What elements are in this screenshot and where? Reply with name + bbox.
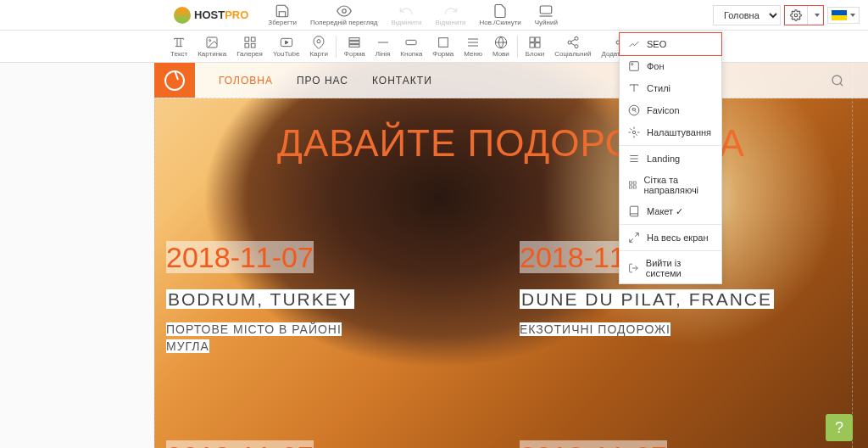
dd-seo[interactable]: SEO	[620, 33, 721, 55]
svg-rect-24	[530, 37, 534, 42]
tool-languages[interactable]: Мови	[487, 34, 515, 59]
svg-point-3	[794, 14, 798, 17]
dd-grid[interactable]: Сітка та направляючі	[620, 170, 721, 200]
svg-rect-13	[349, 37, 359, 40]
dd-label: Сітка та направляючі	[644, 175, 713, 195]
dd-label: Макет ✓	[647, 206, 683, 217]
dd-landing[interactable]: Landing	[620, 148, 721, 170]
dd-label: Налаштування	[647, 127, 711, 137]
tool-maps[interactable]: Карти	[304, 34, 333, 59]
dd-label: Landing	[647, 154, 680, 164]
dd-logout[interactable]: Вийти із системи	[620, 253, 721, 283]
dd-favicon[interactable]: Favicon	[620, 99, 721, 121]
new-reset-button[interactable]: Нов./Скинути	[473, 2, 528, 28]
tool-youtube[interactable]: YouTube	[268, 34, 304, 59]
site-preview[interactable]: ГОЛОВНА ПРО НАС КОНТАКТИ ДАВАЙТЕ ПОДОРОЖ…	[154, 63, 868, 448]
help-button[interactable]: ?	[826, 414, 853, 441]
card-subtitle2: МУГЛА	[166, 339, 209, 353]
svg-line-56	[635, 233, 638, 237]
nav-contacts[interactable]: КОНТАКТИ	[372, 75, 432, 87]
tool-menu[interactable]: Меню	[459, 34, 487, 59]
tool-button[interactable]: Кнопка	[395, 34, 427, 59]
redo-button[interactable]: Відмінити	[428, 2, 472, 28]
share-icon	[566, 36, 580, 49]
settings-dropdown-button[interactable]	[784, 5, 824, 25]
dd-settings[interactable]: Налаштування	[620, 121, 721, 143]
tool-label: Меню	[464, 50, 482, 58]
youtube-icon	[280, 36, 293, 49]
preview-button[interactable]: Попередній перегляд	[303, 2, 384, 28]
flag-ua-icon	[832, 10, 847, 20]
tool-label: YouTube	[273, 50, 299, 58]
image-icon	[205, 36, 219, 49]
dd-label: Вийти із системи	[646, 258, 713, 278]
svg-line-44	[840, 83, 843, 86]
site-nav: ГОЛОВНА ПРО НАС КОНТАКТИ	[154, 63, 868, 98]
widget-toolbar: Текст Картинка Галерея YouTube Карти Фор…	[0, 31, 868, 63]
tool-gallery[interactable]: Галерея	[231, 34, 268, 59]
dd-background[interactable]: Фон	[620, 55, 721, 77]
svg-rect-8	[245, 43, 249, 48]
tool-line[interactable]: Лінія	[370, 34, 396, 59]
svg-marker-11	[285, 41, 287, 44]
line-icon	[376, 36, 390, 49]
settings-dropdown: SEO Фон Стилі Favicon Налаштування Landi…	[619, 32, 722, 284]
form-icon	[348, 36, 361, 49]
dd-fullscreen[interactable]: На весь екран	[620, 227, 721, 249]
save-button[interactable]: Зберегти	[261, 2, 303, 28]
dd-styles[interactable]: Стилі	[620, 77, 721, 99]
tool-blocks[interactable]: Блоки	[520, 34, 549, 59]
svg-rect-52	[629, 182, 632, 184]
expand-icon	[628, 232, 640, 244]
svg-rect-53	[633, 182, 636, 184]
tool-label: Соціальний	[554, 50, 591, 58]
undo-button[interactable]: Відмінити	[384, 2, 428, 28]
svg-rect-1	[541, 6, 553, 14]
dd-label: На весь екран	[647, 232, 708, 243]
card-subtitle: ПОРТОВЕ МІСТО В РАЙОНІ	[166, 322, 342, 336]
svg-point-48	[632, 131, 636, 134]
logout-icon	[628, 262, 639, 274]
separator	[620, 224, 721, 225]
responsive-button[interactable]: Чуйний	[528, 2, 565, 28]
undo-icon	[398, 3, 414, 19]
nav-about[interactable]: ПРО НАС	[297, 75, 348, 87]
svg-rect-14	[349, 41, 359, 43]
svg-point-46	[632, 64, 633, 65]
separator	[517, 36, 518, 58]
tool-shape[interactable]: Форма	[427, 34, 459, 59]
hero-title[interactable]: ДАВАЙТЕ ПОДОРОЖУВА	[154, 122, 868, 165]
svg-rect-17	[406, 40, 416, 44]
svg-rect-27	[536, 42, 540, 47]
text-style-icon	[628, 82, 640, 94]
canvas: ГОЛОВНА ПРО НАС КОНТАКТИ ДАВАЙТЕ ПОДОРОЖ…	[0, 63, 868, 448]
tool-social[interactable]: Соціальний	[549, 34, 596, 59]
file-icon	[492, 3, 508, 19]
tool-text[interactable]: Текст	[165, 34, 192, 59]
image-icon	[628, 60, 640, 72]
svg-line-57	[630, 238, 633, 242]
gallery-icon	[243, 36, 257, 49]
nav-home[interactable]: ГОЛОВНА	[219, 75, 273, 87]
button-icon	[404, 36, 418, 49]
card-title: DUNE DU PILAT, FRANCE	[520, 289, 774, 309]
separator	[336, 36, 337, 58]
card-subtitle: ЕКЗОТИЧНІ ПОДОРОЖІ	[520, 322, 670, 336]
site-logo[interactable]	[154, 63, 195, 98]
page-select[interactable]: Головна	[713, 5, 781, 25]
shape-icon	[437, 36, 450, 49]
card[interactable]: 2018-11-07 BODRUM, TURKEY ПОРТОВЕ МІСТО …	[166, 241, 503, 354]
svg-rect-9	[251, 43, 255, 48]
card[interactable]: 2018-11-07	[520, 440, 856, 448]
globe-icon	[494, 36, 508, 49]
cards-row-2: 2018-11-07 2018-11-07	[154, 440, 868, 448]
tool-image[interactable]: Картинка	[192, 34, 231, 59]
logo[interactable]: HOSTPRO	[174, 7, 248, 24]
dd-layout[interactable]: Макет ✓	[620, 200, 721, 222]
svg-rect-7	[251, 37, 255, 42]
tool-form[interactable]: Форма	[339, 34, 370, 59]
language-button[interactable]	[827, 7, 860, 24]
svg-point-12	[317, 39, 320, 42]
card[interactable]: 2018-11-07	[166, 440, 503, 448]
search-icon[interactable]	[831, 74, 844, 87]
